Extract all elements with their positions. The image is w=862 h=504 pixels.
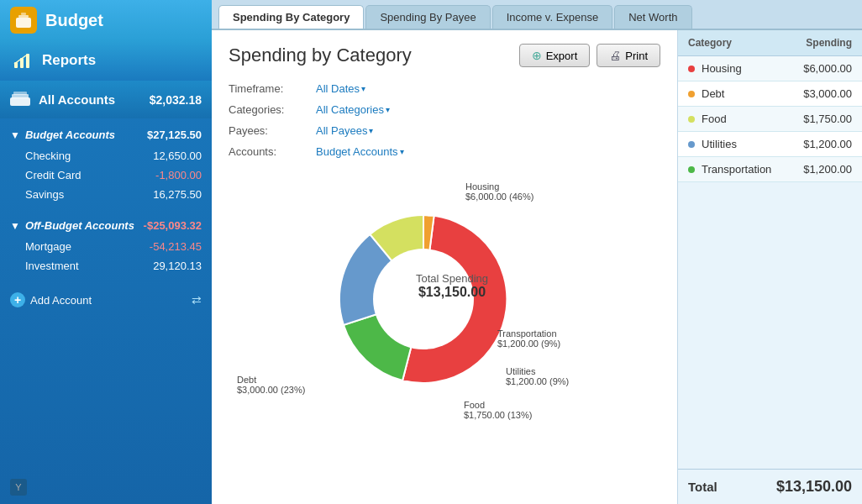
account-row-mortgage[interactable]: Mortgage -54,213.45 [0,237,212,256]
transportation-amount: $1,200.00 [803,163,852,176]
main-content: Spending By Category Spending By Payee I… [212,0,862,504]
add-account-plus-icon: + [10,292,25,307]
budget-accounts-header-left: ▼ Budget Accounts [10,129,115,141]
reports-label: Reports [42,52,96,69]
sidebar: Budget Reports All Accounts $2,032.18 [0,0,212,504]
report-sidebar-total: Total $13,150.00 [678,469,862,504]
svg-rect-0 [16,18,31,28]
timeframe-dropdown[interactable]: All Dates ▾ [316,81,660,97]
budget-accounts-name: Budget Accounts [25,129,115,141]
add-account-left: + Add Account [10,292,92,307]
summary-row-transportation[interactable]: Transportation $1,200.00 [678,157,862,182]
chart-container: Total Spending $13,150.00 Housing $6,000… [229,173,660,442]
timeframe-label: Timeframe: [229,81,313,97]
payees-label: Payees: [229,123,313,139]
report-title-row: Spending by Category ⊕ Export 🖨 Print [229,44,660,67]
sidebar-bottom-icon: Y [10,479,27,496]
summary-row-debt[interactable]: Debt $3,000.00 [678,81,862,107]
summary-row-food[interactable]: Food $1,750.00 [678,107,862,132]
off-budget-accounts-name: Off-Budget Accounts [25,219,134,232]
col-category: Category [688,37,806,49]
total-value: $13,150.00 [776,478,852,496]
total-label: Total [688,480,717,494]
report-buttons: ⊕ Export 🖨 Print [519,44,660,67]
sidebar-item-all-accounts[interactable]: All Accounts $2,032.18 [0,81,212,118]
report-sidebar-header: Category Spending [678,30,862,56]
sidebar-resize-arrows: ⇄ [192,293,202,307]
categories-dropdown[interactable]: All Categories ▾ [316,102,660,118]
summary-row-housing[interactable]: Housing $6,000.00 [678,56,862,81]
account-row-investment[interactable]: Investment 29,120.13 [0,256,212,276]
report-area: Spending by Category ⊕ Export 🖨 Print Ti… [212,30,862,504]
account-name-mortgage: Mortgage [25,240,71,253]
report-main: Spending by Category ⊕ Export 🖨 Print Ti… [212,30,677,504]
account-name-checking: Checking [25,150,71,162]
export-button[interactable]: ⊕ Export [519,44,591,67]
housing-amount: $6,000.00 [803,62,852,75]
utilities-amount: $1,200.00 [803,138,852,150]
food-dot [688,116,695,123]
add-account-label: Add Account [30,294,92,307]
budget-accounts-arrow: ▼ [10,129,20,141]
sidebar-bottom: Y [0,316,212,504]
svg-rect-5 [26,54,29,68]
categories-arrow: ▾ [386,105,390,114]
timeframe-arrow: ▾ [361,84,365,93]
account-row-credit-card[interactable]: Credit Card -1,800.00 [0,165,212,185]
payees-dropdown[interactable]: All Payees ▾ [316,123,660,139]
all-accounts-label: All Accounts [39,92,115,107]
chart-label-transportation: Transportation $1,200.00 (9%) [497,328,560,349]
svg-rect-1 [18,15,29,18]
budget-accounts-section: ▼ Budget Accounts $27,125.50 Checking 12… [0,118,212,209]
account-value-investment: 29,120.13 [153,260,202,272]
off-budget-accounts-header-left: ▼ Off-Budget Accounts [10,219,134,232]
print-button[interactable]: 🖨 Print [597,44,660,67]
filter-grid: Timeframe: All Dates ▾ Categories: All C… [229,81,660,160]
accounts-dropdown[interactable]: Budget Accounts ▾ [316,144,660,160]
payees-arrow: ▾ [369,126,373,135]
all-accounts-value: $2,032.18 [150,93,202,107]
transportation-dot [688,166,695,173]
utilities-dot [688,141,695,148]
account-name-credit-card: Credit Card [25,169,81,181]
debt-category: Debt [702,87,803,100]
accounts-arrow: ▾ [400,147,404,156]
tab-net-worth[interactable]: Net Worth [614,5,691,29]
off-budget-accounts-section: ▼ Off-Budget Accounts -$25,093.32 Mortga… [0,209,212,281]
tab-income-vs-expense[interactable]: Income v. Expense [492,5,613,29]
svg-point-9 [373,249,474,349]
print-label: Print [625,50,648,62]
all-accounts-left: All Accounts [10,89,115,110]
account-row-checking[interactable]: Checking 12,650.00 [0,146,212,165]
debt-amount: $3,000.00 [803,87,852,100]
debt-dot [688,91,695,97]
housing-category: Housing [702,62,803,75]
off-budget-accounts-header[interactable]: ▼ Off-Budget Accounts -$25,093.32 [0,214,212,237]
chart-label-debt: Debt $3,000.00 (23%) [237,375,305,395]
tab-spending-by-category[interactable]: Spending By Category [218,5,364,29]
sidebar-item-reports[interactable]: Reports [0,40,212,81]
report-sidebar: Category Spending Housing $6,000.00 Debt… [677,30,862,504]
accounts-label: Accounts: [229,144,313,160]
svg-rect-2 [21,13,26,15]
transportation-category: Transportation [702,163,803,176]
account-value-mortgage: -54,213.45 [150,240,202,253]
export-label: Export [546,50,578,62]
account-row-savings[interactable]: Savings 16,275.50 [0,185,212,204]
chart-label-utilities: Utilities $1,200.00 (9%) [506,366,569,386]
print-icon: 🖨 [609,49,621,62]
account-name-savings: Savings [25,188,64,201]
summary-row-utilities[interactable]: Utilities $1,200.00 [678,132,862,157]
all-accounts-icon [10,89,30,110]
housing-dot [688,66,695,72]
budget-label: Budget [45,11,103,30]
utilities-category: Utilities [702,138,803,150]
add-account-button[interactable]: + Add Account ⇄ [0,284,212,316]
sidebar-item-budget[interactable]: Budget [0,0,212,40]
budget-accounts-header[interactable]: ▼ Budget Accounts $27,125.50 [0,123,212,146]
tab-spending-by-payee[interactable]: Spending By Payee [365,5,490,29]
account-value-checking: 12,650.00 [153,150,202,162]
categories-label: Categories: [229,102,313,118]
account-value-credit-card: -1,800.00 [155,169,202,181]
reports-icon [10,49,34,72]
